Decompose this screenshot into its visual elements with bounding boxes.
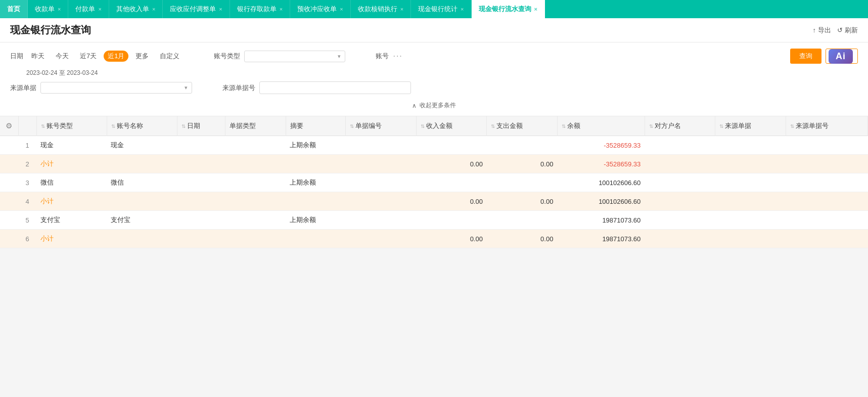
row-doc-no (346, 136, 416, 155)
page-title: 现金银行流水查询 (10, 23, 91, 37)
row-doc-no (346, 155, 416, 173)
date-custom[interactable]: 自定义 (156, 51, 184, 62)
row-summary (286, 230, 346, 248)
row-doc-type (225, 173, 286, 192)
row-settings-cell (0, 136, 18, 155)
sort-icon: ⇅ (350, 123, 354, 129)
nav-home[interactable]: 首页 (0, 0, 28, 18)
account-type-select[interactable]: ▾ (244, 51, 345, 62)
date-more[interactable]: 更多 (131, 51, 153, 62)
more-options-icon[interactable]: ··· (393, 52, 402, 61)
row-expense: 0.00 (487, 230, 557, 248)
source-doc-no-input[interactable] (259, 81, 411, 94)
row-account-type: 小计 (36, 192, 107, 211)
nav-cash-bank-stats[interactable]: 现金银行统计 × (411, 0, 471, 18)
nav-cash-bank-query[interactable]: 现金银行流水查询 × (472, 0, 545, 18)
col-account-name[interactable]: ⇅账号名称 (107, 116, 177, 136)
filter-row-1: 日期 昨天 今天 近7天 近1月 更多 自定义 账号类型 ▾ 账号 ··· (10, 49, 858, 64)
row-expense: 0.00 (487, 192, 557, 211)
row-source-doc (715, 136, 786, 155)
row-date (177, 155, 225, 173)
date-7days[interactable]: 近7天 (76, 51, 101, 62)
nav-receipt-verify[interactable]: 收款核销执行 × (351, 0, 411, 18)
row-account-type: 现金 (36, 136, 107, 155)
col-source-doc-no[interactable]: ⇅来源单据号 (786, 116, 867, 136)
row-balance: 19871073.60 (557, 230, 645, 248)
col-source-doc[interactable]: ⇅来源单据 (715, 116, 786, 136)
top-nav: 首页 收款单 × 付款单 × 其他收入单 × 应收应付调整单 × 银行存取款单 … (0, 0, 868, 18)
row-doc-no (346, 211, 416, 230)
nav-other-income[interactable]: 其他收入单 × (109, 0, 163, 18)
nav-payment[interactable]: 付款单 × (68, 0, 109, 18)
row-account-type: 小计 (36, 230, 107, 248)
row-counterparty (645, 211, 715, 230)
close-icon[interactable]: × (58, 6, 61, 12)
row-doc-type (225, 136, 286, 155)
query-button[interactable]: 查询 (790, 49, 821, 64)
row-account-name: 现金 (107, 136, 177, 155)
row-income: 0.00 (416, 230, 486, 248)
nav-bank-deposit[interactable]: 银行存取款单 × (230, 0, 290, 18)
close-icon[interactable]: × (400, 6, 403, 12)
row-doc-type (225, 192, 286, 211)
row-summary: 上期余额 (286, 211, 346, 230)
ai-badge[interactable]: Ai (829, 49, 853, 64)
date-1month[interactable]: 近1月 (104, 51, 128, 62)
col-account-type[interactable]: ⇅账号类型 (36, 116, 107, 136)
source-doc-filter-group: 来源单据 ▾ (10, 82, 192, 94)
refresh-button[interactable]: ↺ 刷新 (837, 26, 858, 35)
row-expense (487, 136, 557, 155)
row-counterparty (645, 173, 715, 192)
account-type-filter-group: 账号类型 ▾ (214, 51, 345, 62)
row-balance: -3528659.33 (557, 155, 645, 173)
col-counterparty[interactable]: ⇅对方户名 (645, 116, 715, 136)
account-type-label: 账号类型 (214, 52, 240, 61)
table-row: 4 小计 0.00 0.00 100102606.60 (0, 192, 868, 211)
row-counterparty (645, 155, 715, 173)
export-button[interactable]: ↑ 导出 (813, 26, 832, 35)
row-source-doc (715, 230, 786, 248)
date-yesterday[interactable]: 昨天 (27, 51, 49, 62)
close-icon[interactable]: × (340, 6, 343, 12)
row-date (177, 192, 225, 211)
row-source-doc-no (786, 173, 867, 192)
col-expense[interactable]: ⇅支出金额 (487, 116, 557, 136)
sort-icon: ⇅ (111, 123, 115, 129)
close-icon[interactable]: × (152, 6, 155, 12)
row-balance: -3528659.33 (557, 136, 645, 155)
close-icon[interactable]: × (98, 6, 101, 12)
col-balance[interactable]: ⇅余额 (557, 116, 645, 136)
row-source-doc (715, 211, 786, 230)
col-income[interactable]: ⇅收入金额 (416, 116, 486, 136)
close-icon[interactable]: × (280, 6, 283, 12)
row-income (416, 211, 486, 230)
close-icon[interactable]: × (219, 6, 222, 12)
col-settings[interactable]: ⚙ (0, 116, 18, 136)
date-today[interactable]: 今天 (52, 51, 73, 62)
nav-ar-ap-adjust[interactable]: 应收应付调整单 × (163, 0, 230, 18)
row-summary (286, 192, 346, 211)
source-doc-select[interactable]: ▾ (40, 82, 192, 94)
table-row: 3 微信 微信 上期余额 100102606.60 (0, 173, 868, 192)
row-income (416, 136, 486, 155)
row-seq: 4 (18, 192, 36, 211)
close-icon[interactable]: × (534, 6, 537, 12)
sort-icon: ⇅ (421, 123, 425, 129)
table-body: 1 现金 现金 上期余额 -3528659.33 2 小计 0.00 0.00 … (0, 136, 868, 248)
row-doc-no (346, 230, 416, 248)
col-date[interactable]: ⇅日期 (177, 116, 225, 136)
row-date (177, 211, 225, 230)
chevron-down-icon: ▾ (185, 84, 188, 91)
row-income: 0.00 (416, 155, 486, 173)
close-icon[interactable]: × (461, 6, 464, 12)
row-counterparty (645, 136, 715, 155)
nav-prepaid-offset[interactable]: 预收冲应收单 × (290, 0, 350, 18)
gear-icon[interactable]: ⚙ (6, 121, 12, 130)
row-account-name: 微信 (107, 173, 177, 192)
col-doc-no[interactable]: ⇅单据编号 (346, 116, 416, 136)
collapse-bar[interactable]: ∧ 收起更多条件 (10, 99, 858, 112)
nav-receipt[interactable]: 收款单 × (28, 0, 68, 18)
row-account-type: 微信 (36, 173, 107, 192)
row-balance: 19871073.60 (557, 211, 645, 230)
table-header: ⚙ ⇅账号类型 ⇅账号名称 ⇅日期 单据类型 摘要 ⇅单据编号 ⇅收入 (0, 116, 868, 136)
